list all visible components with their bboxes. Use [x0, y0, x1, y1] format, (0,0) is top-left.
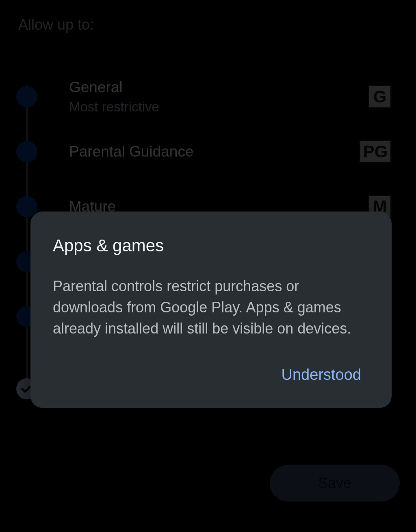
- understood-button[interactable]: Understood: [273, 362, 369, 388]
- dialog-body-text: Parental controls restrict purchases or …: [53, 276, 369, 340]
- dialog-title: Apps & games: [53, 236, 369, 255]
- dialog-apps-and-games: Apps & games Parental controls restrict …: [30, 211, 392, 408]
